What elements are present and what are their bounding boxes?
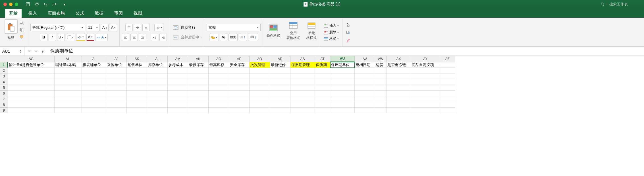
cell-AV4[interactable] [355,79,375,85]
cell-AR3[interactable] [270,73,290,79]
cell-AU7[interactable] [330,96,355,102]
column-header-AW[interactable]: AW [375,56,387,62]
cell-AH3[interactable] [55,73,82,79]
cell-AY9[interactable] [411,108,440,113]
cell-AT1[interactable]: 保质期 [315,62,330,68]
cell-AS4[interactable] [290,79,315,85]
decrease-font-icon[interactable]: A▾ [110,24,117,31]
column-header-AP[interactable]: AP [229,56,250,62]
cell-AN2[interactable] [188,68,209,73]
cell-AH8[interactable] [55,102,82,108]
format-painter-icon[interactable] [19,34,26,40]
cell-AU8[interactable] [330,102,355,108]
cell-AJ1[interactable]: 采购单位 [106,62,127,68]
cell-AK9[interactable] [127,108,147,113]
cell-AT6[interactable] [315,91,330,96]
select-all-corner[interactable] [0,56,8,62]
column-header-AQ[interactable]: AQ [250,56,270,62]
column-header-AU[interactable]: AU [330,56,355,62]
cell-AY1[interactable]: 商品自定义项 [411,62,440,68]
cell-AR1[interactable]: 最新进价 [270,62,290,68]
cell-AJ2[interactable] [106,68,127,73]
cell-AN8[interactable] [188,102,209,108]
currency-button[interactable]: ▾ [209,34,219,41]
cell-AS8[interactable] [290,102,315,108]
align-right-icon[interactable] [139,34,146,41]
cell-AT5[interactable] [315,85,330,91]
cell-AS1[interactable]: 保质期管理 [290,62,315,68]
row-header-3[interactable]: 3 [0,73,8,79]
cell-AQ3[interactable] [250,73,270,79]
cell-AO4[interactable] [209,79,229,85]
cell-AH9[interactable] [55,108,82,113]
row-header-4[interactable]: 4 [0,79,8,85]
cell-AO8[interactable] [209,102,229,108]
cell-AH6[interactable] [55,91,82,96]
cell-AG9[interactable] [8,108,55,113]
cell-AX5[interactable] [387,85,411,91]
cell-AM9[interactable] [168,108,188,113]
cell-AW7[interactable] [375,96,387,102]
cell-AY7[interactable] [411,96,440,102]
italic-button[interactable]: I [49,34,56,41]
cell-AY2[interactable] [411,68,440,73]
cell-AS6[interactable] [290,91,315,96]
cancel-formula-icon[interactable]: ✕ [28,49,31,53]
cell-AW2[interactable] [375,68,387,73]
redo-icon[interactable]: ▾ [52,1,58,7]
cell-AY8[interactable] [411,102,440,108]
cell-AI2[interactable] [82,68,106,73]
cell-AN6[interactable] [188,91,209,96]
cell-AK3[interactable] [127,73,147,79]
cell-AO2[interactable] [209,68,229,73]
align-middle-icon[interactable] [134,24,141,31]
cell-AZ3[interactable] [440,73,455,79]
name-box[interactable]: AU1 ▲▼ [0,47,24,56]
cell-AX2[interactable] [387,68,411,73]
cell-AU4[interactable] [330,79,355,85]
cell-AG8[interactable] [8,102,55,108]
delete-cells-button[interactable]: 删除▾ [323,30,340,35]
cell-AG2[interactable] [8,68,55,73]
cell-AN4[interactable] [188,79,209,85]
cell-AS2[interactable] [290,68,315,73]
row-header-8[interactable]: 8 [0,102,8,108]
cell-AO5[interactable] [209,85,229,91]
cell-AH1[interactable]: 辅计量4条码 [55,62,82,68]
increase-decimal-icon[interactable]: .0 [239,34,247,41]
cell-AH2[interactable] [55,68,82,73]
tab-insert[interactable]: 插入 [24,9,41,18]
comma-style-button[interactable]: 000 [228,34,238,41]
cell-AH5[interactable] [55,85,82,91]
increase-font-icon[interactable]: A▴ [101,24,109,31]
align-center-icon[interactable] [130,34,138,41]
cell-AP7[interactable] [229,96,250,102]
cell-AO3[interactable] [209,73,229,79]
column-header-AK[interactable]: AK [127,56,147,62]
cell-AL6[interactable] [147,91,168,96]
cell-AK7[interactable] [127,96,147,102]
column-header-AV[interactable]: AV [355,56,375,62]
row-header-5[interactable]: 5 [0,85,8,91]
cell-AW5[interactable] [375,85,387,91]
column-header-AY[interactable]: AY [411,56,440,62]
cell-AZ6[interactable] [440,91,455,96]
row-header-6[interactable]: 6 [0,91,8,96]
cell-AI7[interactable] [82,96,106,102]
cell-AW1[interactable]: 运费 [375,62,387,68]
cell-AL9[interactable] [147,108,168,113]
cell-AX1[interactable]: 是否走冻链 [387,62,411,68]
cell-AV2[interactable] [355,68,375,73]
formula-input[interactable]: 保质期单位 [48,48,644,54]
orientation-button[interactable]: ab▾ [154,24,163,31]
cell-AQ1[interactable]: 批次管理 [250,62,270,68]
cell-AP4[interactable] [229,79,250,85]
confirm-formula-icon[interactable]: ✓ [35,49,38,53]
cell-AZ7[interactable] [440,96,455,102]
cell-AN5[interactable] [188,85,209,91]
cut-icon[interactable] [19,20,26,25]
font-size-select[interactable]: 11▾ [86,24,100,31]
cell-AP3[interactable] [229,73,250,79]
cell-AG6[interactable] [8,91,55,96]
cell-AX6[interactable] [387,91,411,96]
